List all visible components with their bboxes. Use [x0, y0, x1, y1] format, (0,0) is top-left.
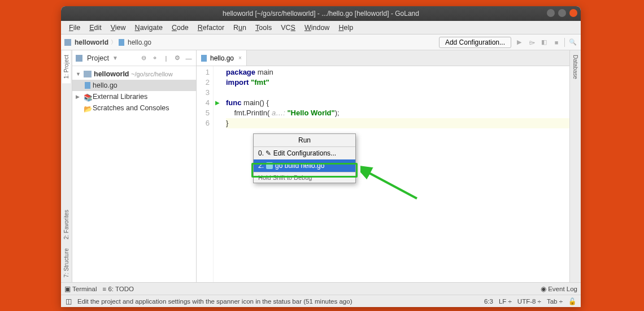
menu-file[interactable]: File — [64, 23, 85, 33]
status-line-sep[interactable]: LF ÷ — [499, 298, 512, 305]
breadcrumbs: helloworld 〉 hello.go — [64, 38, 151, 46]
rail-tab-database[interactable]: Database — [571, 50, 580, 84]
editor-tabs: hello.go × — [197, 50, 569, 66]
gutter-icons: ▶ — [214, 66, 221, 282]
scratches-icon: 📂 — [84, 105, 90, 111]
coverage-icon[interactable]: ◧ — [539, 38, 549, 47]
chevron-down-icon[interactable]: ▼ — [112, 55, 118, 61]
nav-toolbar: helloworld 〉 hello.go Add Configuration.… — [61, 34, 581, 50]
tree-extlib-label: External Libraries — [93, 93, 147, 101]
hide-icon[interactable]: — — [185, 54, 193, 62]
menu-help[interactable]: Help — [334, 23, 358, 33]
locate-icon[interactable]: ⌖ — [151, 54, 159, 62]
code-token: main — [255, 68, 273, 76]
settings-sep-icon: | — [162, 54, 170, 62]
status-encoding[interactable]: UTF-8 ÷ — [517, 298, 541, 305]
tree-project-root[interactable]: ▼ helloworld ~/go/src/hellow — [72, 68, 196, 80]
project-panel-header: Project ▼ ⊖ ⌖ | ⚙ — — [72, 50, 196, 66]
editor-tab-label: hello.go — [210, 54, 234, 62]
rail-tab-favorites[interactable]: 2: Favorites — [62, 205, 71, 244]
add-configuration-button[interactable]: Add Configuration... — [439, 37, 511, 48]
tab-terminal[interactable]: ▣ Terminal — [64, 285, 97, 293]
tree-file-label: hello.go — [93, 81, 118, 89]
close-tab-icon[interactable]: × — [238, 55, 242, 61]
menu-run[interactable]: Run — [229, 23, 251, 33]
menu-window[interactable]: Window — [300, 23, 334, 33]
folder-icon — [64, 39, 71, 46]
tree-root-name: helloworld — [94, 70, 129, 78]
tab-todo[interactable]: ≡ 6: TODO — [102, 286, 134, 292]
run-popup-hint: Hold Shift to Debug — [254, 172, 355, 183]
menu-refactor[interactable]: Refactor — [193, 23, 229, 33]
maximize-icon[interactable] — [558, 9, 566, 17]
left-tool-rail: 1: Project 2: Favorites 7: Structure — [61, 50, 72, 282]
run-item-label: go build hello.go — [275, 162, 324, 170]
status-window-icon[interactable]: ◫ — [66, 297, 72, 305]
run-item-index: 2. — [258, 162, 264, 170]
code-token: } — [226, 119, 228, 127]
status-indent[interactable]: Tab ÷ — [547, 298, 563, 305]
window-controls — [547, 9, 577, 17]
go-file-icon — [201, 55, 207, 62]
menu-view[interactable]: View — [106, 23, 130, 33]
tree-scratches[interactable]: 📂 Scratches and Consoles — [72, 102, 196, 114]
line-number: 1 — [197, 67, 210, 77]
status-bar: ◫ Edit the project and application setti… — [61, 295, 581, 307]
right-tool-rail: Database — [569, 50, 581, 282]
status-message: Edit the project and application setting… — [77, 298, 352, 305]
go-icon — [266, 162, 273, 169]
menu-edit[interactable]: Edit — [85, 23, 106, 33]
go-file-icon — [85, 82, 90, 89]
tree-scratches-label: Scratches and Consoles — [93, 104, 169, 112]
code-token: ); — [335, 109, 340, 117]
run-item-go-build[interactable]: 2. go build hello.go — [254, 159, 355, 172]
line-number: 3 — [197, 88, 210, 98]
expand-arrow-icon[interactable]: ▶ — [76, 94, 81, 100]
menu-vcs[interactable]: VCS — [276, 23, 300, 33]
separator — [564, 38, 565, 47]
tab-event-log[interactable]: ◉ Event Log — [541, 285, 577, 293]
status-lock-icon[interactable]: 🔓 — [568, 297, 576, 305]
tree-root-path: ~/go/src/hellow — [131, 71, 173, 77]
folder-icon — [84, 71, 92, 77]
run-icon[interactable]: ▶ — [515, 38, 524, 47]
editor-area: hello.go × 1 2 3 4 5 6 ▶ packag — [197, 50, 569, 282]
project-panel-title[interactable]: Project — [87, 54, 109, 62]
tab-eventlog-label: Event Log — [548, 286, 577, 292]
libraries-icon: 📚 — [84, 93, 90, 100]
breadcrumb-project[interactable]: helloworld — [75, 38, 108, 46]
status-caret-pos[interactable]: 6:3 — [484, 298, 493, 305]
go-file-icon — [119, 39, 124, 46]
run-item-edit-configurations[interactable]: 0. ✎ Edit Configurations... — [254, 147, 355, 159]
code-token: package — [226, 68, 255, 76]
run-gutter-icon[interactable]: ▶ — [214, 98, 221, 108]
line-number: 6 — [197, 118, 210, 128]
breadcrumb-file[interactable]: hello.go — [128, 38, 151, 46]
ide-window: helloworld [~/go/src/helloworld] - .../h… — [61, 6, 581, 307]
minimize-icon[interactable] — [547, 9, 555, 17]
stop-icon[interactable]: ■ — [552, 38, 561, 47]
run-popup: Run 0. ✎ Edit Configurations... 2. go bu… — [253, 133, 356, 183]
menu-code[interactable]: Code — [167, 23, 193, 33]
search-icon[interactable]: 🔍 — [568, 38, 577, 47]
menu-navigate[interactable]: Navigate — [130, 23, 167, 33]
editor-body[interactable]: 1 2 3 4 5 6 ▶ package main import "fmt" … — [197, 66, 569, 282]
tree-file-hello[interactable]: hello.go — [72, 80, 196, 91]
tree-external-libraries[interactable]: ▶ 📚 External Libraries — [72, 91, 196, 102]
code-token: "Hello World" — [287, 109, 334, 117]
project-tree: ▼ helloworld ~/go/src/hellow hello.go ▶ … — [72, 66, 196, 116]
expand-arrow-icon[interactable]: ▼ — [76, 71, 81, 77]
rail-tab-structure[interactable]: 7: Structure — [62, 244, 71, 282]
menu-tools[interactable]: Tools — [251, 23, 276, 33]
tab-terminal-label: Terminal — [72, 286, 97, 292]
toolbar-right: Add Configuration... ▶ ⌲ ◧ ■ 🔍 — [439, 37, 577, 48]
line-number: 5 — [197, 108, 210, 118]
rail-tab-project[interactable]: 1: Project — [62, 50, 71, 83]
debug-icon[interactable]: ⌲ — [527, 38, 536, 47]
editor-tab-hello[interactable]: hello.go × — [197, 50, 247, 66]
close-icon[interactable] — [569, 9, 577, 17]
collapse-icon[interactable]: ⊖ — [140, 54, 147, 62]
gear-icon[interactable]: ⚙ — [173, 54, 181, 62]
project-tool-window: Project ▼ ⊖ ⌖ | ⚙ — ▼ helloworld ~/go/sr… — [72, 50, 197, 282]
run-popup-title: Run — [254, 134, 355, 147]
